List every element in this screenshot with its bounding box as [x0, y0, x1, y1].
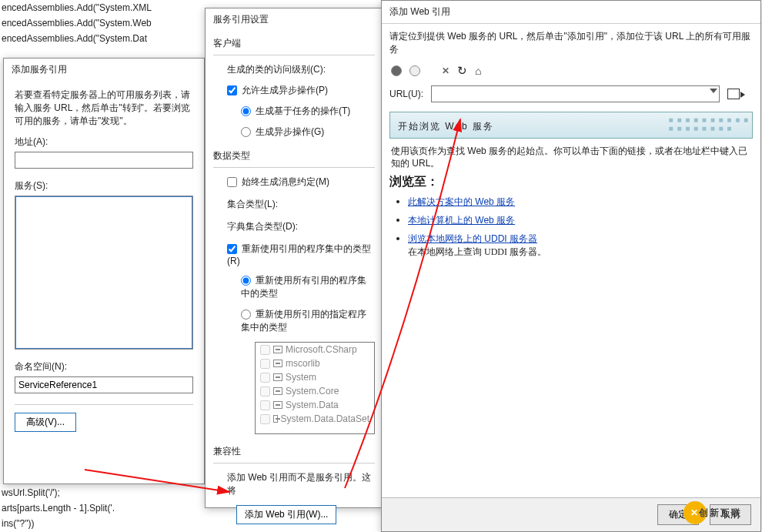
go-icon[interactable] — [727, 89, 740, 99]
assembly-item[interactable]: mscorlib — [256, 356, 374, 370]
assembly-icon — [273, 387, 282, 395]
assembly-icon — [273, 415, 278, 423]
assembly-icon — [273, 373, 282, 381]
access-level-label: 生成的类的访问级别(C): — [227, 63, 375, 76]
compat-text: 添加 Web 引用而不是服务引用。这将 — [213, 471, 375, 497]
reuse-selected-radio[interactable]: 重新使用所引用的指定程序集中的类型 — [241, 308, 375, 334]
allow-async-checkbox[interactable]: 允许生成异步操作(P) — [227, 84, 375, 97]
namespace-label: 命名空间(N): — [15, 360, 193, 373]
code-line: wsUrl.Split('/'); — [2, 485, 115, 500]
add-web-reference-button[interactable]: 添加 Web 引用(W)... — [236, 505, 336, 524]
services-list[interactable] — [15, 196, 193, 350]
namespace-input[interactable] — [15, 376, 193, 393]
assemblies-list[interactable]: Microsoft.CSharp mscorlib System System.… — [255, 342, 375, 434]
code-line: arts[parts.Length - 1].Split('. — [2, 500, 115, 516]
async-ops-radio[interactable]: 生成异步操作(G) — [241, 125, 375, 139]
service-ref-settings-dialog: 服务引用设置 客户端 生成的类的访问级别(C): 允许生成异步操作(P) 生成基… — [205, 8, 383, 508]
stop-icon[interactable]: ✕ — [442, 65, 450, 76]
assembly-item[interactable]: System.Core — [256, 384, 374, 398]
refresh-icon[interactable]: ↻ — [457, 64, 467, 78]
browser-toolbar: ✕ ↻ ⌂ — [391, 64, 753, 78]
ok-button[interactable]: 确定 — [657, 504, 699, 525]
reuse-types-checkbox[interactable]: 重新使用引用的程序集中的类型(R) — [227, 243, 375, 266]
browse-to-label: 浏览至： — [389, 174, 753, 190]
home-icon[interactable]: ⌂ — [475, 65, 481, 77]
chevron-down-icon — [710, 89, 717, 93]
dialog-title: 添加服务引用 — [4, 59, 204, 81]
dialog-description: 若要查看特定服务器上的可用服务列表，请输入服务 URL，然后单击"转到"。若要浏… — [15, 89, 193, 128]
assembly-item[interactable]: System.Data.DataSet — [256, 412, 374, 426]
add-web-reference-dialog: 添加 Web 引用 请定位到提供 Web 服务的 URL，然后单击"添加引用"，… — [381, 0, 761, 532]
services-label: 服务(S): — [15, 179, 193, 192]
dialog-instruction: 请定位到提供 Web 服务的 URL，然后单击"添加引用"，添加位于该 URL … — [389, 30, 753, 56]
advanced-button[interactable]: 高级(V)... — [15, 413, 76, 432]
dictionary-type-label: 字典集合类型(D): — [227, 220, 375, 233]
address-input[interactable] — [15, 152, 193, 169]
add-service-ref-dialog: 添加服务引用 若要查看特定服务器上的可用服务列表，请输入服务 URL，然后单击"… — [3, 58, 205, 484]
task-based-radio[interactable]: 生成基于任务的操作(T) — [241, 105, 375, 118]
assembly-item[interactable]: System.Data — [256, 398, 374, 412]
start-browsing-banner: 开始浏览 Web 服务 ■ ■ ■ ■ ■ ■ ■ ■ ■ ■■ ■ ■ ■ ■… — [389, 112, 753, 139]
assembly-icon — [273, 346, 282, 353]
dialog-title: 服务引用设置 — [206, 8, 383, 31]
assembly-item[interactable]: System — [256, 370, 374, 384]
link-solution-services[interactable]: 此解决方案中的 Web 服务 — [408, 196, 515, 207]
cancel-button[interactable]: 取消 — [710, 504, 751, 525]
reuse-all-radio[interactable]: 重新使用所有引用的程序集中的类型 — [241, 274, 375, 300]
assembly-icon — [273, 401, 282, 409]
address-label: 地址(A): — [15, 136, 193, 149]
datatype-header: 数据类型 — [213, 149, 375, 162]
link-uddi-subtext: 在本地网络上查询 UDDI 服务器。 — [408, 246, 753, 259]
url-input[interactable] — [431, 85, 720, 102]
link-uddi-servers[interactable]: 浏览本地网络上的 UDDI 服务器 — [408, 233, 537, 244]
code-line: ins("?")) — [2, 516, 115, 531]
url-label: URL(U): — [389, 89, 423, 99]
link-local-services[interactable]: 本地计算机上的 Web 服务 — [408, 215, 515, 226]
message-contract-checkbox[interactable]: 始终生成消息约定(M) — [227, 176, 375, 189]
dialog-title: 添加 Web 引用 — [382, 1, 760, 23]
assembly-item[interactable]: Microsoft.CSharp — [256, 343, 374, 356]
collection-type-label: 集合类型(L): — [227, 198, 375, 211]
browse-description: 使用该页作为查找 Web 服务的起始点。你可以单击下面的链接，或者在地址栏中键入… — [391, 145, 751, 169]
compat-header: 兼容性 — [213, 445, 375, 458]
client-header: 客户端 — [213, 37, 375, 50]
back-icon[interactable] — [391, 65, 402, 76]
forward-icon[interactable] — [409, 65, 420, 76]
assembly-icon — [273, 360, 282, 367]
